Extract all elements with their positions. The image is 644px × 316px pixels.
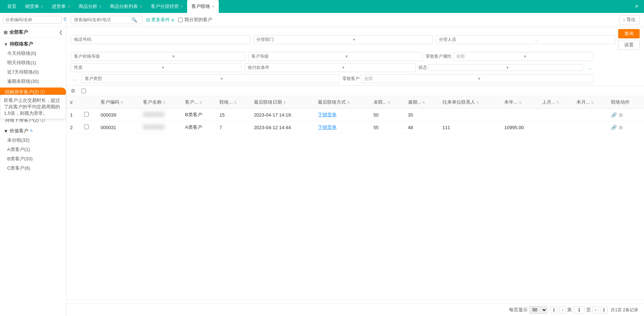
- payment-filter[interactable]: 收付款条件 ▼: [245, 63, 416, 72]
- export-icon: ↑: [623, 17, 626, 23]
- nav-product-analysis-list[interactable]: 商品分析列表 ×: [106, 0, 146, 13]
- row2-more-icon[interactable]: ⊞: [619, 125, 623, 130]
- row1-last-method[interactable]: 下销货单: [314, 109, 370, 121]
- customer-type-filter[interactable]: 客户类型 ▼: [82, 74, 339, 83]
- row2-last-month: [538, 121, 573, 134]
- nav-sales-order[interactable]: 销货单 ×: [21, 0, 47, 13]
- repurchase-anomaly-tooltip: 距客户上次交易时长，超过了此客户的平均交易周期的1.5倍，则视为异常。: [0, 95, 66, 119]
- total-records-label: 共1页 2条记录: [611, 307, 638, 313]
- dept-filter[interactable]: 分管部门 ▼: [253, 35, 433, 44]
- row1-more-icon[interactable]: ⊞: [619, 112, 623, 118]
- person-filter[interactable]: 分管人员 ...: [436, 35, 615, 44]
- grade-filter[interactable]: 客户等级 ▼: [248, 52, 423, 61]
- right-content: 🔍 ⊟ 更多条件 ∧ 我分管的客户 ↑ 导出: [66, 13, 644, 316]
- col-code: 客户编码⇅: [97, 96, 139, 109]
- row1-type: B类客户: [181, 109, 216, 121]
- sidebar-item-tomorrow[interactable]: 明天待联络(1): [0, 58, 66, 67]
- status-filter: 状态 ▼: [418, 64, 583, 71]
- sidebar-item-class-b[interactable]: B类客户(33): [0, 154, 66, 164]
- customer-type-dropdown-icon: ▼: [220, 77, 336, 81]
- value-customer-group-title[interactable]: ▼ 价值客户 ✎: [0, 126, 66, 136]
- sidebar-item-today[interactable]: 今天待联络(0): [0, 49, 66, 58]
- sidebar-search-icon[interactable]: 🔍: [63, 17, 66, 23]
- close-customer-contact-icon[interactable]: ×: [212, 4, 214, 9]
- row2-checkbox[interactable]: [84, 124, 89, 129]
- table-header-row: # 客户编码⇅ 客户名称⇅ 客户...⇅ 联络...⇅ 最后联络日期⇅ 最后联络…: [66, 96, 644, 109]
- row1-checkbox[interactable]: [84, 112, 89, 117]
- page-info: 第 页: [567, 306, 591, 313]
- triangle-down-icon2: ▼: [4, 128, 8, 134]
- price-grade-filter[interactable]: 客户价格等级 ▼: [71, 52, 245, 61]
- row2-contact-icon[interactable]: 🔗: [611, 125, 617, 130]
- close-product-analysis-icon[interactable]: ×: [99, 4, 101, 9]
- per-page-select[interactable]: 50 20 100: [529, 306, 547, 314]
- first-page-button[interactable]: ⟪: [550, 306, 558, 313]
- sidebar-item-class-a[interactable]: A类客户(1): [0, 145, 66, 154]
- sidebar-item-overdue[interactable]: 逾期未联络(30): [0, 77, 66, 86]
- last-page-button[interactable]: ⟫: [600, 306, 608, 313]
- phone-input[interactable]: [93, 37, 247, 42]
- close-sales-order-icon[interactable]: ×: [41, 4, 43, 9]
- sidebar-item-ungroup[interactable]: 未分组(32): [0, 136, 66, 145]
- col-this-month: 本月...⇅: [573, 96, 607, 109]
- close-customer-segmentation-icon[interactable]: ×: [181, 4, 183, 9]
- close-product-analysis-list-icon[interactable]: ×: [140, 4, 142, 9]
- retail-customer-dropdown-icon: ▼: [477, 77, 590, 81]
- retail-customer-select[interactable]: 全部 ▼: [361, 74, 594, 83]
- action-buttons: 查询 设置: [618, 29, 640, 50]
- sidebar-item-class-c[interactable]: C类客户(6): [0, 164, 66, 173]
- main-search-input[interactable]: [74, 17, 131, 22]
- sidebar-collapse-button[interactable]: ❮: [59, 30, 62, 35]
- page-number-input[interactable]: [573, 306, 585, 313]
- close-purchase-order-icon[interactable]: ×: [68, 4, 70, 9]
- col-uncontacted: 未联...⇅: [370, 96, 404, 109]
- pagination-controls: ⟪ ‹ 第 页 › ⟫: [550, 306, 608, 313]
- row1-year-sales: [501, 109, 538, 121]
- retail-attr-select[interactable]: 全部 ▼: [453, 52, 594, 61]
- table-toolbar: ⚙: [66, 86, 644, 96]
- main-layout: 🔍 ⊞ 全部客户 ❮ ▼ 待联络客户 今天待联络(0) 明天待联络(1) 近7天…: [0, 13, 644, 316]
- nav-customer-contact[interactable]: 客户联络 ×: [187, 0, 218, 13]
- pagination-bar: 每页显示 50 20 100 ⟪ ‹ 第 页 › ⟫ 共1页 2条记录: [66, 303, 644, 316]
- more-button-row4[interactable]: ...: [71, 75, 79, 82]
- table-row: 1 000039 B类客户 15 2023-04-17 14:19: 下销货单 …: [66, 109, 644, 121]
- close-window-button[interactable]: ×: [632, 3, 641, 10]
- status-select[interactable]: ▼: [428, 64, 583, 71]
- main-search-icon[interactable]: 🔍: [131, 17, 137, 23]
- retail-attr-filter: 零散客户属性 全部 ▼: [426, 52, 594, 61]
- export-button[interactable]: ↑ 导出: [619, 15, 640, 24]
- row1-contact-count: 15: [216, 109, 250, 121]
- nav-customer-segmentation[interactable]: 客户分层经营 ×: [147, 0, 187, 13]
- settings-button[interactable]: 设置: [618, 40, 640, 50]
- row1-name: [139, 109, 181, 121]
- waiting-contact-group-title[interactable]: ▼ 待联络客户: [0, 39, 66, 49]
- row2-overdue: 48: [404, 121, 439, 134]
- table-settings-icon[interactable]: ⚙: [71, 88, 75, 94]
- row2-this-month: [573, 121, 607, 134]
- query-button[interactable]: 查询: [618, 29, 640, 38]
- filter-bar: 🔍 ⊟ 更多条件 ∧ 我分管的客户 ↑ 导出: [66, 13, 644, 27]
- sidebar-search-input[interactable]: [3, 16, 62, 24]
- horizontal-scrollbar[interactable]: [66, 299, 644, 303]
- nav-home[interactable]: 首页: [3, 0, 21, 13]
- row2-last-date: 2023-04-12 14:44:: [250, 121, 315, 134]
- grade-dropdown-icon: ▼: [345, 55, 420, 58]
- row1-contact-icon[interactable]: 🔗: [611, 112, 617, 118]
- my-customers-checkbox[interactable]: [178, 18, 183, 22]
- row2-contacts: 111: [439, 121, 501, 134]
- sidebar-item-7days[interactable]: 近7天待联络(0): [0, 67, 66, 77]
- filter-row-3: 性质 ▼ 收付款条件 ▼ 状态 ▼ ...: [71, 63, 640, 72]
- nav-product-analysis[interactable]: 商品分析 ×: [74, 0, 106, 13]
- more-conditions-button[interactable]: ⊟ 更多条件 ∧: [146, 16, 175, 23]
- nav-purchase-order[interactable]: 进货单 ×: [47, 0, 74, 13]
- row2-last-method[interactable]: 下销货单: [314, 121, 370, 134]
- table-row: 2 000031 A类客户 7 2023-04-12 14:44: 下销货单 5…: [66, 121, 644, 134]
- row2-uncontacted: 55: [370, 121, 404, 134]
- more-button-row3[interactable]: ...: [586, 64, 594, 71]
- gender-filter[interactable]: 性质 ▼: [71, 63, 242, 72]
- select-all-checkbox[interactable]: [78, 89, 89, 93]
- edit-icon[interactable]: ✎: [30, 129, 33, 133]
- next-page-button[interactable]: ›: [592, 306, 599, 313]
- prev-page-button[interactable]: ‹: [559, 306, 566, 313]
- filter-icon: ⊟: [146, 17, 150, 23]
